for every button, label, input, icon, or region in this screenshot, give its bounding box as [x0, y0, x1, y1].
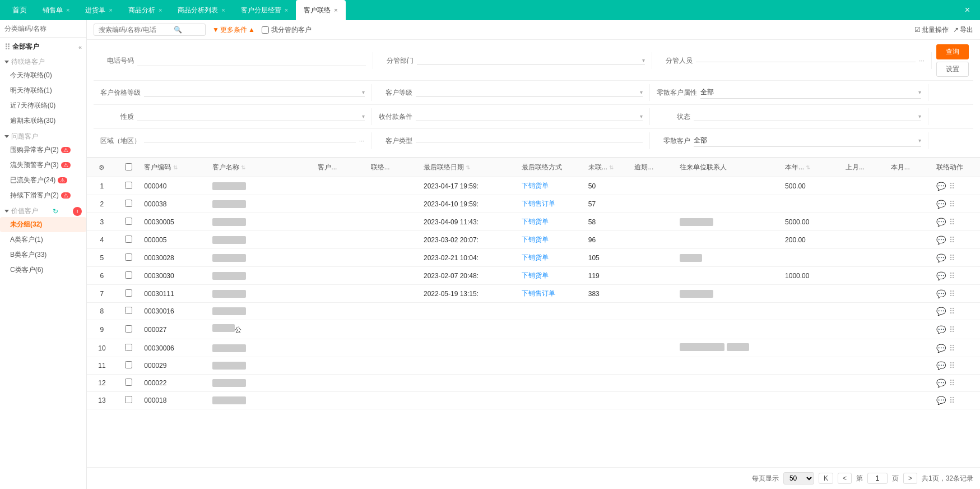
contact-icon[interactable]: 💬 — [936, 325, 946, 334]
th-this-month[interactable]: 本月... — [886, 158, 932, 177]
sidebar-item-today[interactable]: 今天待联络(0) — [0, 68, 86, 83]
more-conditions-button[interactable]: ▼ 更多条件 ▲ — [212, 25, 255, 35]
th-checkbox[interactable] — [117, 158, 140, 177]
cell-checkbox[interactable] — [117, 267, 140, 285]
contact-icon[interactable]: 💬 — [936, 236, 946, 245]
sidebar-item-tomorrow[interactable]: 明天待联络(1) — [0, 83, 86, 98]
contact-icon[interactable]: 💬 — [936, 182, 946, 191]
sidebar-item-lost[interactable]: 已流失客户(24) ⚠ — [0, 173, 86, 188]
sidebar-item-7days[interactable]: 近7天待联络(0) — [0, 98, 86, 113]
sidebar-group-pending[interactable]: 待联络客户 — [0, 54, 86, 68]
row-checkbox[interactable] — [125, 396, 132, 403]
th-unit-contact[interactable]: 往来单位联系人 — [675, 158, 781, 177]
th-last-date[interactable]: 最后联络日期 — [419, 158, 517, 177]
sidebar-group-value[interactable]: 价值客户 ↻ ! — [0, 203, 86, 217]
nav-home-tab[interactable]: 首页 — [4, 5, 35, 15]
more-action-icon[interactable]: ⠿ — [949, 396, 955, 405]
prev-page-button[interactable]: < — [838, 473, 852, 484]
th-overdue[interactable]: 逾期... — [630, 158, 675, 177]
last-way-link[interactable]: 下销货单 — [522, 218, 549, 225]
contact-icon[interactable]: 💬 — [936, 218, 946, 227]
nav-tab-sales-close[interactable]: × — [66, 7, 69, 13]
last-way-link[interactable]: 下销售订单 — [522, 289, 555, 297]
th-last-month[interactable]: 上月... — [841, 158, 886, 177]
last-way-link[interactable]: 下销货单 — [522, 271, 549, 279]
row-checkbox[interactable] — [125, 325, 132, 333]
dept-select[interactable]: ▾ — [417, 56, 645, 65]
row-checkbox[interactable] — [125, 182, 132, 189]
sidebar-item-class-b[interactable]: B类客户(33) — [0, 247, 86, 262]
close-all-tabs-button[interactable]: × — [959, 5, 976, 15]
nav-tab-analysis-close[interactable]: × — [159, 7, 162, 13]
sidebar-item-overdue[interactable]: 逾期未联络(30) — [0, 113, 86, 128]
more-action-icon[interactable]: ⠿ — [949, 307, 955, 316]
row-checkbox[interactable] — [125, 361, 132, 368]
row-checkbox[interactable] — [125, 379, 132, 386]
page-number-input[interactable] — [867, 473, 888, 484]
row-checkbox[interactable] — [125, 200, 132, 207]
cell-checkbox[interactable] — [117, 392, 140, 409]
contact-icon[interactable]: 💬 — [936, 344, 946, 353]
more-action-icon[interactable]: ⠿ — [949, 289, 955, 298]
scattered-attr-select[interactable]: 全部 ▾ — [700, 86, 921, 99]
sidebar-item-declining[interactable]: 持续下滑客户(2) ⚠ — [0, 188, 86, 203]
th-type[interactable]: 客户... — [313, 158, 366, 177]
my-customers-checkbox-label[interactable]: 我分管的客户 — [262, 25, 312, 35]
region-select[interactable] — [144, 140, 356, 142]
sidebar-item-warning[interactable]: 流失预警客户(3) ⚠ — [0, 158, 86, 173]
th-contact[interactable]: 联络... — [366, 158, 419, 177]
row-checkbox[interactable] — [125, 218, 132, 225]
settings-gear-icon[interactable]: ⚙ — [99, 164, 105, 172]
batch-operations-button[interactable]: ☑ 批量操作 — [914, 25, 949, 35]
nav-tab-customer-mgmt-close[interactable]: × — [285, 7, 288, 13]
cell-checkbox[interactable] — [117, 177, 140, 195]
value-group-refresh-icon[interactable]: ↻ — [53, 207, 58, 215]
cell-checkbox[interactable] — [117, 231, 140, 249]
cell-checkbox[interactable] — [117, 357, 140, 375]
row-checkbox[interactable] — [125, 307, 132, 314]
nav-tab-customer-mgmt[interactable]: 客户分层经营 × — [233, 0, 296, 20]
sidebar-item-class-c[interactable]: C类客户(6) — [0, 262, 86, 278]
export-button[interactable]: ↗ 导出 — [953, 25, 973, 35]
first-page-button[interactable]: K — [819, 473, 833, 484]
contact-icon[interactable]: 💬 — [936, 307, 946, 316]
contact-icon[interactable]: 💬 — [936, 379, 946, 387]
more-action-icon[interactable]: ⠿ — [949, 218, 955, 227]
contact-icon[interactable]: 💬 — [936, 271, 946, 280]
search-icon[interactable]: 🔍 — [174, 26, 182, 34]
per-page-select[interactable]: 50 100 200 — [783, 472, 814, 485]
sidebar-all-customers[interactable]: ⠿ 全部客户 « — [0, 38, 86, 54]
cell-checkbox[interactable] — [117, 303, 140, 320]
last-way-link[interactable]: 下销货单 — [522, 182, 549, 190]
customer-level-select[interactable]: ▾ — [416, 88, 643, 97]
nav-tab-sales[interactable]: 销售单 × — [35, 0, 77, 20]
more-action-icon[interactable]: ⠿ — [949, 253, 955, 262]
select-all-checkbox[interactable] — [125, 163, 132, 170]
reset-button[interactable]: 设置 — [936, 62, 969, 77]
sidebar-group-problem[interactable]: 问题客户 — [0, 128, 86, 142]
scattered-select[interactable]: 全部 ▾ — [694, 135, 921, 147]
th-uncontact[interactable]: 未联... — [584, 158, 630, 177]
contact-icon[interactable]: 💬 — [936, 253, 946, 262]
cell-checkbox[interactable] — [117, 320, 140, 339]
more-action-icon[interactable]: ⠿ — [949, 271, 955, 280]
row-checkbox[interactable] — [125, 253, 132, 261]
sidebar-search-input[interactable] — [4, 25, 87, 33]
region-more-icon[interactable]: ··· — [359, 137, 365, 145]
row-checkbox[interactable] — [125, 271, 132, 279]
my-customers-checkbox[interactable] — [262, 26, 269, 34]
row-checkbox[interactable] — [125, 236, 132, 243]
more-action-icon[interactable]: ⠿ — [949, 379, 955, 387]
nav-tab-customer-contact-close[interactable]: × — [334, 7, 337, 13]
nav-tab-analysis-list[interactable]: 商品分析列表 × — [170, 0, 233, 20]
th-settings[interactable]: ⚙ — [87, 158, 117, 177]
customer-type-select[interactable] — [416, 140, 643, 142]
last-way-link[interactable]: 下销货单 — [522, 253, 549, 261]
cell-checkbox[interactable] — [117, 195, 140, 213]
contact-icon[interactable]: 💬 — [936, 289, 946, 298]
sidebar-item-ungroup[interactable]: 未分组(32) — [0, 217, 86, 232]
more-action-icon[interactable]: ⠿ — [949, 361, 955, 370]
more-action-icon[interactable]: ⠿ — [949, 182, 955, 191]
search-input[interactable] — [99, 26, 171, 34]
th-name[interactable]: 客户名称 — [208, 158, 314, 177]
